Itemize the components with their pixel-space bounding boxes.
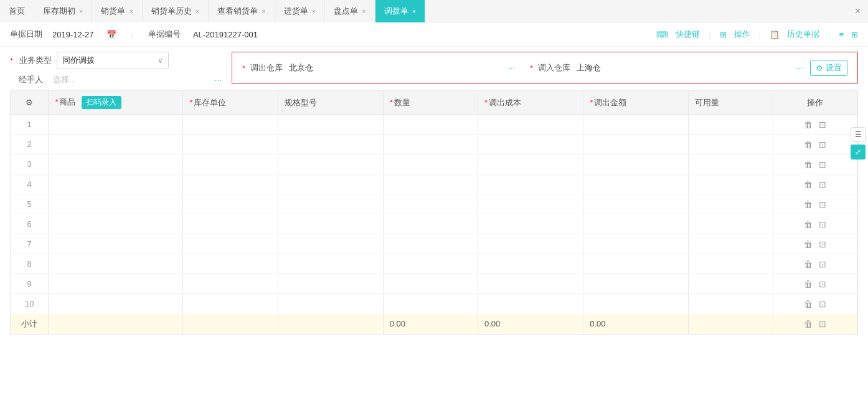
qty-cell[interactable] — [383, 254, 478, 274]
unit-cell[interactable] — [183, 174, 278, 194]
ops-grid-icon[interactable]: ⊞ — [720, 30, 727, 39]
copy-icon[interactable]: ⊡ — [819, 219, 826, 229]
copy-icon[interactable]: ⊡ — [819, 120, 826, 130]
product-cell[interactable] — [49, 155, 183, 174]
tab-purchase[interactable]: 进货单 × — [275, 0, 325, 22]
cost-cell[interactable] — [478, 174, 583, 194]
product-cell[interactable] — [49, 115, 183, 135]
product-cell[interactable] — [49, 194, 183, 214]
copy-icon[interactable]: ⊡ — [819, 159, 826, 169]
delete-icon[interactable]: 🗑 — [804, 120, 813, 130]
settings-button[interactable]: ⚙ 设置 — [810, 60, 847, 76]
delete-icon[interactable]: 🗑 — [804, 259, 813, 269]
in-warehouse-more-button[interactable]: ··· — [795, 63, 803, 73]
amount-cell[interactable] — [583, 135, 689, 155]
product-cell[interactable] — [49, 234, 183, 254]
delete-icon[interactable]: 🗑 — [804, 279, 813, 289]
spec-cell[interactable] — [278, 254, 383, 274]
product-cell[interactable] — [49, 254, 183, 274]
tab-sales-order[interactable]: 销货单 × — [92, 0, 142, 22]
qty-cell[interactable] — [383, 135, 478, 155]
out-warehouse-value[interactable]: 北京仓 — [289, 62, 313, 74]
cost-cell[interactable] — [478, 155, 583, 174]
spec-cell[interactable] — [278, 115, 383, 135]
available-cell[interactable] — [689, 274, 773, 294]
delete-icon[interactable]: 🗑 — [804, 319, 813, 329]
cost-cell[interactable] — [478, 115, 583, 135]
scan-button[interactable]: 扫码录入 — [82, 96, 121, 109]
close-icon[interactable]: × — [412, 7, 416, 15]
available-cell[interactable] — [689, 135, 773, 155]
spec-cell[interactable] — [278, 234, 383, 254]
available-cell[interactable] — [689, 234, 773, 254]
cost-cell[interactable] — [478, 194, 583, 214]
available-cell[interactable] — [689, 294, 773, 314]
unit-cell[interactable] — [183, 115, 278, 135]
amount-cell[interactable] — [583, 214, 689, 234]
cost-cell[interactable] — [478, 135, 583, 155]
spec-cell[interactable] — [278, 135, 383, 155]
product-cell[interactable] — [49, 294, 183, 314]
close-icon[interactable]: × — [129, 7, 133, 15]
tab-home[interactable]: 首页 — [0, 0, 34, 22]
layout-icon1[interactable]: ≡ — [839, 30, 844, 39]
tab-view-sales[interactable]: 查看销货单 × — [209, 0, 275, 22]
available-cell[interactable] — [689, 194, 773, 214]
amount-cell[interactable] — [583, 194, 689, 214]
amount-cell[interactable] — [583, 234, 689, 254]
copy-icon[interactable]: ⊡ — [819, 140, 826, 150]
unit-cell[interactable] — [183, 254, 278, 274]
spec-cell[interactable] — [278, 174, 383, 194]
qty-cell[interactable] — [383, 234, 478, 254]
doc-panel-icon[interactable]: ☰ — [851, 127, 866, 142]
delete-icon[interactable]: 🗑 — [804, 159, 813, 169]
amount-cell[interactable] — [583, 155, 689, 174]
qty-cell[interactable] — [383, 214, 478, 234]
qty-cell[interactable] — [383, 174, 478, 194]
close-icon[interactable]: × — [79, 7, 83, 15]
tab-inventory[interactable]: 盘点单 × — [325, 0, 375, 22]
business-type-select[interactable]: 同价调拨 ∨ — [57, 52, 169, 69]
copy-icon[interactable]: ⊡ — [819, 179, 826, 189]
cost-cell[interactable] — [478, 274, 583, 294]
copy-icon[interactable]: ⊡ — [819, 199, 826, 209]
history-label[interactable]: 历史单据 — [787, 29, 819, 40]
close-icon[interactable]: × — [312, 7, 316, 15]
ops-label[interactable]: 操作 — [734, 29, 750, 40]
calendar-icon[interactable]: 📅 — [106, 30, 116, 39]
delete-icon[interactable]: 🗑 — [804, 179, 813, 189]
delete-icon[interactable]: 🗑 — [804, 219, 813, 229]
unit-cell[interactable] — [183, 194, 278, 214]
amount-cell[interactable] — [583, 174, 689, 194]
tab-sales-history[interactable]: 销货单历史 × — [143, 0, 209, 22]
spec-cell[interactable] — [278, 274, 383, 294]
handler-input[interactable]: 选择... — [53, 74, 76, 85]
unit-cell[interactable] — [183, 294, 278, 314]
unit-cell[interactable] — [183, 135, 278, 155]
copy-icon[interactable]: ⊡ — [819, 279, 826, 289]
available-cell[interactable] — [689, 174, 773, 194]
cost-cell[interactable] — [478, 294, 583, 314]
tab-stock-init[interactable]: 库存期初 × — [34, 0, 92, 22]
product-cell[interactable] — [49, 174, 183, 194]
shortcut-icon[interactable]: ⌨ — [656, 30, 668, 39]
qty-cell[interactable] — [383, 274, 478, 294]
col-settings[interactable]: ⚙ — [11, 91, 49, 115]
delete-icon[interactable]: 🗑 — [804, 299, 813, 309]
unit-cell[interactable] — [183, 234, 278, 254]
close-icon[interactable]: × — [262, 7, 265, 15]
unit-cell[interactable] — [183, 155, 278, 174]
amount-cell[interactable] — [583, 274, 689, 294]
qty-cell[interactable] — [383, 155, 478, 174]
amount-cell[interactable] — [583, 115, 689, 135]
product-cell[interactable] — [49, 214, 183, 234]
copy-icon[interactable]: ⊡ — [819, 319, 826, 329]
delete-icon[interactable]: 🗑 — [804, 239, 813, 249]
available-cell[interactable] — [689, 214, 773, 234]
delete-icon[interactable]: 🗑 — [804, 199, 813, 209]
delete-icon[interactable]: 🗑 — [804, 140, 813, 150]
unit-cell[interactable] — [183, 274, 278, 294]
spec-cell[interactable] — [278, 214, 383, 234]
out-warehouse-more-button[interactable]: ··· — [507, 63, 515, 73]
in-warehouse-value[interactable]: 上海仓 — [577, 62, 601, 74]
